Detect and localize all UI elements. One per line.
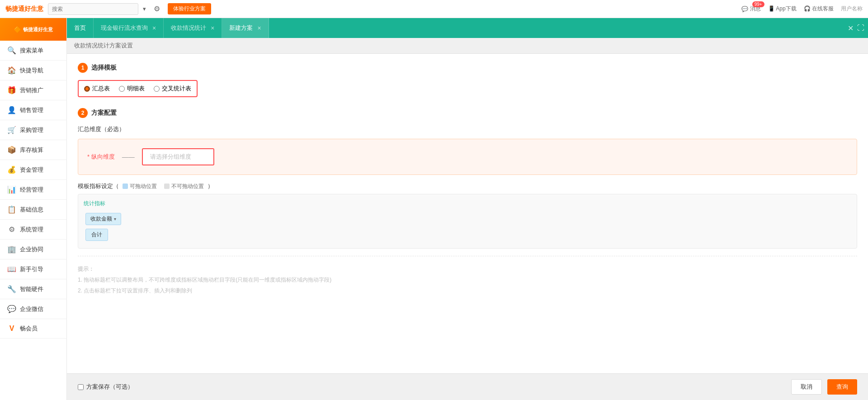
sidebar-brand: 🔶 畅捷通好生意 [0, 18, 66, 41]
sidebar-label-member: 畅会员 [20, 325, 38, 333]
notifications-count: 99+ [752, 1, 764, 7]
indicator-tag-amount[interactable]: 收款金额 ▾ [85, 213, 121, 225]
cancel-button[interactable]: 取消 [791, 379, 822, 395]
tab-bank-flow-close[interactable]: × [152, 24, 156, 32]
trial-button[interactable]: 体验行业方案 [168, 3, 211, 14]
template-radio-group: 汇总表 明细表 交叉统计表 [78, 80, 198, 97]
tab-new-plan-close[interactable]: × [257, 24, 261, 32]
step2-number: 2 [78, 108, 88, 118]
sidebar-item-system[interactable]: ⚙ 系统管理 [0, 220, 66, 240]
dimension-title: 汇总维度（必选） [78, 125, 857, 133]
save-plan-checkbox[interactable]: 方案保存（可选） [78, 383, 133, 391]
radio-summary-input[interactable] [84, 86, 90, 92]
indicators-header: 模板指标设定（ 可拖动位置 不可拖动位置 [78, 182, 857, 190]
legend-fixed: 不可拖动位置 [164, 183, 204, 190]
dropdown-icon[interactable]: ▾ [143, 5, 146, 12]
step1-number: 1 [78, 63, 88, 73]
search-menu-icon: 🔍 [7, 46, 16, 55]
indicator-subtag-total[interactable]: 合计 [85, 229, 108, 241]
sidebar-item-sales[interactable]: 👤 销售管理 [0, 100, 66, 120]
tab-collection-stats[interactable]: 收款情况统计 × [164, 18, 222, 38]
sidebar-item-purchase[interactable]: 🛒 采购管理 [0, 120, 66, 140]
tab-expand-icon[interactable]: ⛶ [857, 24, 864, 32]
basic-info-icon: 📋 [7, 205, 16, 214]
tip2: 2. 点击标题栏下拉可设置排序、插入列和删除列 [78, 285, 857, 296]
indicator-tag-label: 收款金额 [90, 215, 112, 223]
sidebar-label-marketing: 营销推广 [20, 86, 43, 94]
save-plan-checkbox-input[interactable] [78, 384, 84, 390]
inventory-icon: 📦 [7, 146, 16, 154]
tab-home[interactable]: 首页 [67, 18, 94, 38]
save-plan-label: 方案保存（可选） [86, 383, 133, 391]
sidebar-label-business: 经营管理 [20, 186, 43, 194]
notifications-badge[interactable]: 💬 消息 99+ [741, 5, 761, 13]
brand-logo: 🔶 [14, 26, 21, 33]
sidebar-item-business[interactable]: 📊 经营管理 [0, 180, 66, 200]
sidebar-label-smart-hw: 智能硬件 [20, 285, 43, 293]
sales-icon: 👤 [7, 106, 16, 114]
step2-title: 方案配置 [91, 109, 117, 117]
sidebar-item-inventory[interactable]: 📦 库存核算 [0, 140, 66, 160]
legend-dot-draggable [123, 184, 128, 189]
guide-icon: 📖 [7, 265, 16, 273]
purchase-icon: 🛒 [7, 126, 16, 134]
user-name: 用户名称 [841, 5, 863, 13]
app-brand: 畅捷通好生意 [5, 5, 43, 13]
query-button[interactable]: 查询 [827, 379, 857, 395]
section-divider [78, 256, 857, 256]
step2-header: 2 方案配置 [78, 108, 857, 118]
search-input[interactable] [48, 3, 138, 15]
sidebar-label-purchase: 采购管理 [20, 126, 43, 134]
sidebar-item-search-menu[interactable]: 🔍 搜索菜单 [0, 41, 66, 61]
radio-cross-input[interactable] [154, 86, 160, 92]
tab-new-plan[interactable]: 新建方案 × [222, 18, 269, 38]
gear-icon[interactable]: ⚙ [151, 3, 163, 15]
sidebar-item-quick-nav[interactable]: 🏠 快捷导航 [0, 61, 66, 80]
enterprise-wechat-icon: 💬 [7, 305, 16, 313]
tab-close-all-icon[interactable]: ✕ [848, 24, 854, 33]
radio-detail-input[interactable] [119, 86, 125, 92]
sidebar-item-enterprise-collab[interactable]: 🏢 企业协同 [0, 240, 66, 259]
top-bar: 畅捷通好生意 ▾ ⚙ 体验行业方案 💬 消息 99+ 📱 App下载 🎧 在线客… [0, 0, 868, 18]
step2-section: 2 方案配置 汇总维度（必选） * 纵向维度 —— 请选择分组维度 [78, 108, 857, 296]
tab-collection-stats-close[interactable]: × [211, 24, 214, 32]
radio-detail[interactable]: 明细表 [119, 85, 145, 93]
sidebar-label-finance: 资金管理 [20, 166, 43, 174]
page-header: 收款情况统计方案设置 [67, 38, 868, 54]
service-link[interactable]: 🎧 在线客服 [804, 5, 834, 13]
sidebar-item-guide[interactable]: 📖 新手引导 [0, 259, 66, 279]
radio-cross[interactable]: 交叉统计表 [154, 85, 191, 93]
system-icon: ⚙ [7, 225, 16, 234]
sidebar-label-enterprise-wechat: 企业微信 [20, 305, 43, 313]
member-icon: V [7, 325, 16, 333]
tips-title: 提示： [78, 266, 94, 272]
tab-bank-flow-label: 现金银行流水查询 [101, 24, 148, 32]
marketing-icon: 🎁 [7, 86, 16, 94]
sidebar-item-marketing[interactable]: 🎁 营销推广 [0, 80, 66, 100]
top-bar-right: 💬 消息 99+ 📱 App下载 🎧 在线客服 用户名称 [741, 5, 863, 13]
dimension-row: * 纵向维度 —— 请选择分组维度 [87, 148, 848, 165]
indicator-table-area: 统计指标 收款金额 ▾ 合计 [78, 194, 857, 249]
legend-fixed-label: 不可拖动位置 [171, 183, 204, 190]
tab-bar: 首页 现金银行流水查询 × 收款情况统计 × 新建方案 × ✕ ⛶ [67, 18, 868, 38]
indicator-subtags: 合计 [84, 227, 851, 243]
content-area: 首页 现金银行流水查询 × 收款情况统计 × 新建方案 × ✕ ⛶ [67, 18, 868, 400]
dimension-select[interactable]: 请选择分组维度 [142, 148, 214, 165]
sidebar-item-basic-info[interactable]: 📋 基础信息 [0, 200, 66, 220]
indicators-title-suffix: ） [208, 182, 213, 190]
dimension-config: 汇总维度（必选） * 纵向维度 —— 请选择分组维度 [78, 125, 857, 175]
radio-summary[interactable]: 汇总表 [84, 85, 110, 93]
sidebar-label-quick-nav: 快捷导航 [20, 66, 43, 75]
sidebar: 🔶 畅捷通好生意 🔍 搜索菜单 🏠 快捷导航 🎁 营销推广 👤 销售管理 🛒 采… [0, 18, 67, 400]
sidebar-label-sales: 销售管理 [20, 106, 43, 114]
sidebar-label-enterprise-collab: 企业协同 [20, 245, 43, 254]
download-link[interactable]: 📱 App下载 [768, 5, 797, 13]
sidebar-item-finance[interactable]: 💰 资金管理 [0, 160, 66, 180]
indicators-title-prefix: 模板指标设定（ [78, 182, 119, 190]
sidebar-item-member[interactable]: V 畅会员 [0, 319, 66, 339]
radio-summary-label: 汇总表 [92, 85, 110, 93]
sidebar-item-enterprise-wechat[interactable]: 💬 企业微信 [0, 299, 66, 319]
tab-bank-flow[interactable]: 现金银行流水查询 × [94, 18, 164, 38]
sidebar-item-smart-hw[interactable]: 🔧 智能硬件 [0, 279, 66, 299]
step1-title: 选择模板 [91, 64, 117, 72]
